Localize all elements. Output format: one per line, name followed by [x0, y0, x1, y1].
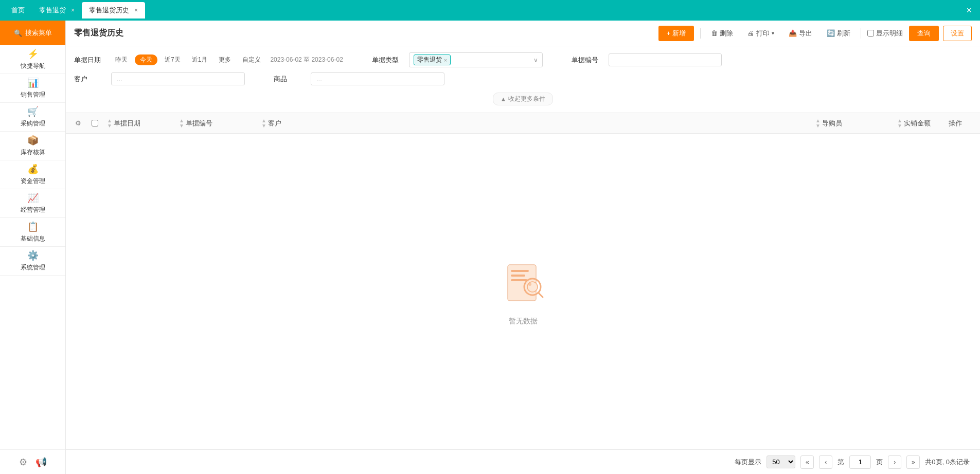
th-amount[interactable]: ▲▼ 实销金额: [873, 118, 935, 129]
th-guide[interactable]: ▲▼ 导购员: [811, 118, 873, 129]
total-info: 共0页, 0条记录: [925, 458, 970, 467]
tab-retail-return-history[interactable]: 零售退货历史 ×: [82, 2, 145, 19]
th-amount-label: 实销金额: [904, 119, 931, 128]
sidebar-item-inventory-label: 库存核算: [21, 148, 45, 157]
sales-icon: 📊: [27, 77, 39, 88]
filter-row-1: 单据日期 昨天 今天 近7天 近1月 更多 自定义 2023-06-02 至 2…: [74, 52, 972, 67]
divider-1: [700, 28, 701, 39]
th-no[interactable]: ▲▼ 单据编号: [175, 118, 257, 129]
sidebar-item-finance[interactable]: 💰 资金管理: [0, 160, 65, 189]
delete-label: 删除: [720, 29, 733, 38]
svg-point-7: [528, 283, 531, 286]
sidebar-item-basic-info[interactable]: 📋 基础信息: [0, 218, 65, 247]
show-detail-checkbox-label[interactable]: 显示明细: [867, 29, 903, 38]
type-filter-input[interactable]: 零售退货 × ∨: [409, 52, 543, 67]
filter-row-2: 客户 ... 商品 ...: [74, 72, 972, 85]
table-area: ⚙ ▲▼ 单据日期 ▲▼ 单据编号 ▲▼ 客户 ▲▼: [66, 113, 980, 449]
date-btn-more[interactable]: 更多: [215, 54, 235, 65]
empty-illustration: [497, 257, 549, 308]
th-guide-label: 导购员: [822, 119, 842, 128]
tab-home[interactable]: 首页: [4, 2, 32, 19]
print-label: 打印: [756, 29, 770, 38]
top-bar: 首页 零售退货 × 零售退货历史 × ×: [0, 0, 980, 21]
export-icon: 📤: [789, 29, 797, 37]
sidebar-sound-icon[interactable]: 📢: [35, 457, 47, 468]
sidebar-item-quick-nav[interactable]: ⚡ 快捷导航: [0, 45, 65, 74]
sidebar-item-operations[interactable]: 📈 经营管理: [0, 189, 65, 218]
window-close-button[interactable]: ×: [962, 5, 976, 16]
table-header: ⚙ ▲▼ 单据日期 ▲▼ 单据编号 ▲▼ 客户 ▲▼: [66, 113, 980, 134]
sidebar-item-purchase-mgmt[interactable]: 🛒 采购管理: [0, 103, 65, 132]
goods-filter-input[interactable]: ...: [311, 72, 444, 85]
no-filter-label: 单据编号: [572, 56, 600, 65]
collapse-icon: ▲: [501, 96, 507, 103]
first-page-button[interactable]: «: [800, 455, 814, 469]
th-customer[interactable]: ▲▼ 客户: [257, 118, 811, 129]
th-date-label: 单据日期: [114, 119, 140, 128]
inventory-icon: 📦: [27, 135, 39, 146]
empty-state: 暂无数据: [66, 134, 980, 449]
export-label: 导出: [799, 29, 812, 38]
quick-nav-icon: ⚡: [27, 48, 39, 60]
date-filter-label: 单据日期: [74, 56, 103, 65]
sidebar-item-inventory[interactable]: 📦 库存核算: [0, 132, 65, 160]
page-size-select[interactable]: 50 10 20 100: [767, 455, 795, 468]
date-btn-7days[interactable]: 近7天: [161, 54, 185, 65]
th-date[interactable]: ▲▼ 单据日期: [103, 118, 175, 129]
query-button[interactable]: 查询: [909, 26, 939, 41]
last-page-button[interactable]: »: [906, 455, 920, 469]
sidebar-item-finance-label: 资金管理: [21, 177, 45, 186]
th-checkbox[interactable]: [86, 120, 103, 126]
sidebar-item-system-mgmt[interactable]: ⚙️ 系统管理: [0, 247, 65, 276]
prev-page-button[interactable]: ‹: [819, 455, 832, 469]
sort-date-icon: ▲▼: [107, 118, 112, 129]
type-dropdown-chevron-icon[interactable]: ∨: [533, 57, 538, 64]
sidebar-item-basic-info-label: 基础信息: [21, 234, 45, 243]
sidebar-item-purchase-label: 采购管理: [21, 119, 45, 128]
type-tag-close[interactable]: ×: [444, 57, 447, 63]
setting-button[interactable]: 设置: [943, 26, 972, 41]
th-settings[interactable]: ⚙: [70, 119, 86, 127]
date-btn-1month[interactable]: 近1月: [188, 54, 212, 65]
collapse-row: ▲ 收起更多条件: [74, 90, 972, 108]
tab-retail-return[interactable]: 零售退货 ×: [32, 2, 82, 19]
date-btn-custom[interactable]: 自定义: [238, 54, 265, 65]
collapse-label: 收起更多条件: [508, 95, 545, 103]
toolbar: + 新增 🗑 删除 🖨 打印 ▾ 📤 导出 🔄 刷新: [658, 26, 903, 41]
svg-rect-2: [511, 275, 525, 277]
customer-filter-input[interactable]: ...: [111, 72, 245, 85]
table-settings-icon[interactable]: ⚙: [75, 119, 81, 127]
refresh-button[interactable]: 🔄 刷新: [823, 27, 854, 40]
collapse-button[interactable]: ▲ 收起更多条件: [493, 93, 554, 105]
print-icon: 🖨: [747, 29, 754, 37]
select-all-checkbox[interactable]: [92, 120, 98, 126]
basic-info-icon: 📋: [27, 221, 39, 232]
content-area: 零售退货历史 + 新增 🗑 删除 🖨 打印 ▾ 📤 导出 �: [66, 21, 980, 474]
page-unit-label: 页: [876, 458, 883, 467]
print-button[interactable]: 🖨 打印 ▾: [743, 27, 778, 40]
search-icon: 🔍: [14, 29, 22, 37]
main-layout: 🔍 搜索菜单 ⚡ 快捷导航 📊 销售管理 🛒 采购管理 📦 库存核算 💰 资金管…: [0, 21, 980, 474]
th-no-label: 单据编号: [186, 119, 212, 128]
sidebar: 🔍 搜索菜单 ⚡ 快捷导航 📊 销售管理 🛒 采购管理 📦 库存核算 💰 资金管…: [0, 21, 66, 474]
next-page-button[interactable]: ›: [888, 455, 901, 469]
divider-2: [861, 28, 861, 39]
date-btn-today[interactable]: 今天: [135, 54, 157, 65]
sidebar-settings-icon[interactable]: ⚙: [19, 457, 27, 468]
tab-retail-return-close[interactable]: ×: [71, 7, 75, 14]
tab-retail-return-history-close[interactable]: ×: [134, 7, 138, 14]
date-btn-yesterday[interactable]: 昨天: [111, 54, 132, 65]
show-detail-checkbox[interactable]: [867, 30, 874, 37]
new-button[interactable]: + 新增: [658, 26, 694, 41]
th-action-label: 操作: [949, 119, 962, 128]
th-action: 操作: [935, 119, 976, 128]
sidebar-search[interactable]: 🔍 搜索菜单: [0, 21, 65, 45]
page-size-label: 每页显示: [735, 458, 761, 467]
delete-button[interactable]: 🗑 删除: [707, 27, 737, 40]
no-filter-input[interactable]: [609, 53, 722, 66]
sidebar-item-sales-mgmt[interactable]: 📊 销售管理: [0, 74, 65, 103]
customer-placeholder: ...: [117, 75, 122, 83]
export-button[interactable]: 📤 导出: [785, 27, 816, 40]
page-number-input[interactable]: [849, 455, 871, 469]
sort-amount-icon: ▲▼: [897, 118, 902, 129]
